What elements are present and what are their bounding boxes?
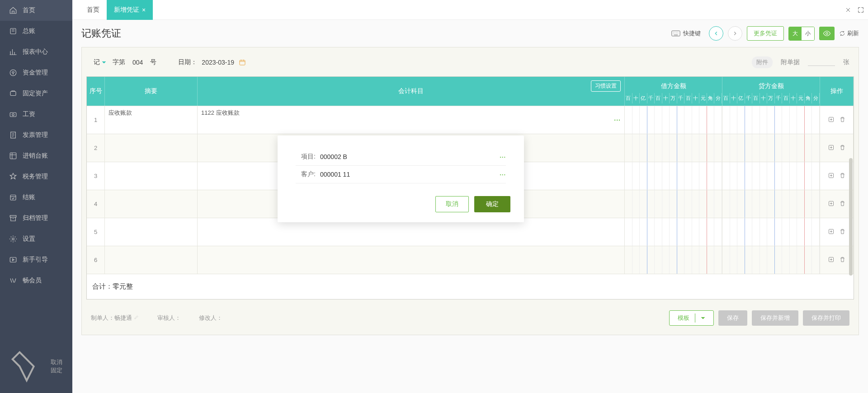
tab-close-icon[interactable]: × <box>142 6 146 14</box>
popup-field-more-icon[interactable]: ··· <box>500 154 506 160</box>
prev-voucher-button[interactable] <box>709 26 723 41</box>
row-summary[interactable] <box>105 162 198 190</box>
row-debit[interactable] <box>625 162 722 190</box>
digit-header: 元 <box>699 93 707 103</box>
row-summary[interactable] <box>105 134 198 162</box>
delete-row-button[interactable] <box>839 116 846 124</box>
insert-row-button[interactable] <box>828 200 835 208</box>
voucher-number[interactable]: 004 <box>129 59 146 66</box>
sidebar-item-invoice[interactable]: 发票管理 <box>0 125 72 145</box>
row-summary[interactable] <box>105 218 198 246</box>
row-credit[interactable] <box>722 246 820 274</box>
size-toggle[interactable]: 大 小 <box>788 27 815 41</box>
row-credit[interactable] <box>722 190 820 218</box>
sidebar-item-guide[interactable]: 新手引导 <box>0 249 72 270</box>
template-button[interactable]: 模板 <box>669 310 714 326</box>
sidebar-item-label: 结账 <box>23 193 35 201</box>
sidebar-item-chart[interactable]: 报表中心 <box>0 42 72 62</box>
row-debit[interactable] <box>625 106 722 134</box>
row-credit[interactable] <box>722 106 820 134</box>
refresh-button[interactable]: 刷新 <box>839 29 859 37</box>
insert-row-button[interactable] <box>828 144 835 152</box>
habit-settings-button[interactable]: 习惯设置 <box>591 80 621 92</box>
insert-row-button[interactable] <box>828 116 835 124</box>
insert-row-button[interactable] <box>828 228 835 236</box>
digit-header: 十 <box>692 93 700 103</box>
size-large[interactable]: 大 <box>789 27 802 40</box>
delete-row-button[interactable] <box>839 228 846 236</box>
scrollbar[interactable] <box>849 158 853 276</box>
fullscreen-icon[interactable] <box>857 6 864 14</box>
voucher-date[interactable]: 2023-03-19 <box>202 59 234 66</box>
sidebar-item-tax[interactable]: 税务管理 <box>0 166 72 187</box>
edit-maker-button[interactable] <box>134 314 139 321</box>
col-debit-header: 借方金额 <box>661 80 686 93</box>
digit-header: 十 <box>730 93 738 103</box>
insert-row-button[interactable] <box>828 172 835 180</box>
voucher-type-select[interactable]: 记 <box>91 58 109 66</box>
row-credit[interactable] <box>722 162 820 190</box>
tab-首页[interactable]: 首页 <box>80 0 107 20</box>
attach-unit: 张 <box>843 58 849 66</box>
close-icon[interactable] <box>844 6 852 14</box>
attach-count-input[interactable] <box>808 59 835 66</box>
row-summary[interactable]: 应收账款 <box>105 106 198 134</box>
digit-header: 元 <box>797 93 805 103</box>
row-account[interactable]: 1122 应收账款··· <box>198 106 625 134</box>
sidebar-item-gear[interactable]: 设置 <box>0 229 72 249</box>
save-and-print-button[interactable]: 保存并打印 <box>803 310 849 326</box>
popup-ok-button[interactable]: 确定 <box>474 196 510 212</box>
save-button[interactable]: 保存 <box>718 310 747 326</box>
sidebar-item-salary[interactable]: 工资 <box>0 104 72 125</box>
sidebar-item-asset[interactable]: 固定资产 <box>0 83 72 104</box>
delete-row-button[interactable] <box>839 172 846 180</box>
row-debit[interactable] <box>625 218 722 246</box>
gear-icon <box>9 235 17 243</box>
sidebar-item-home[interactable]: 首页 <box>0 0 72 21</box>
visibility-button[interactable] <box>819 27 835 40</box>
row-summary[interactable] <box>105 190 198 218</box>
delete-row-button[interactable] <box>839 256 846 264</box>
save-and-new-button[interactable]: 保存并新增 <box>752 310 798 326</box>
delete-row-button[interactable] <box>839 200 846 208</box>
svg-rect-11 <box>672 31 680 36</box>
reviewer-label: 审核人： <box>157 314 181 321</box>
row-credit[interactable] <box>722 218 820 246</box>
row-debit[interactable] <box>625 190 722 218</box>
digit-header: 百 <box>655 93 662 103</box>
sidebar: 首页总账报表中心资金管理固定资产工资发票管理进销台账税务管理结账归档管理设置新手… <box>0 0 72 393</box>
calendar-icon[interactable] <box>239 59 246 66</box>
tab-bar: 首页新增凭证× <box>72 0 868 20</box>
row-credit[interactable] <box>722 134 820 162</box>
sidebar-pin-toggle[interactable]: 取消固定 <box>0 340 72 393</box>
popup-field-value[interactable]: 000001 11 <box>320 171 495 178</box>
sidebar-item-stock[interactable]: 进销台账 <box>0 145 72 166</box>
account-more-icon[interactable]: ··· <box>614 117 621 124</box>
size-small[interactable]: 小 <box>802 27 814 40</box>
sidebar-item-money[interactable]: 资金管理 <box>0 62 72 83</box>
sidebar-item-ledger[interactable]: 总账 <box>0 21 72 42</box>
row-account[interactable] <box>198 246 625 274</box>
sidebar-item-close-period[interactable]: 结账 <box>0 187 72 208</box>
next-voucher-button[interactable] <box>728 26 742 41</box>
row-summary[interactable] <box>105 246 198 274</box>
vip-icon <box>9 276 17 285</box>
delete-row-button[interactable] <box>839 144 846 152</box>
keyboard-hint[interactable]: 快捷键 <box>671 29 701 37</box>
popup-cancel-button[interactable]: 取消 <box>435 196 469 212</box>
sidebar-item-archive[interactable]: 归档管理 <box>0 208 72 229</box>
tab-新增凭证[interactable]: 新增凭证× <box>107 0 153 20</box>
attachment-button[interactable]: 附件 <box>752 56 773 68</box>
popup-field-more-icon[interactable]: ··· <box>500 171 506 178</box>
more-vouchers-button[interactable]: 更多凭证 <box>747 26 784 41</box>
digit-header: 百 <box>625 93 632 103</box>
row-seq: 6 <box>87 246 105 274</box>
sidebar-item-vip[interactable]: 畅会员 <box>0 270 72 291</box>
row-account[interactable] <box>198 218 625 246</box>
row-debit[interactable] <box>625 246 722 274</box>
row-debit[interactable] <box>625 134 722 162</box>
popup-field-value[interactable]: 000002 B <box>320 153 495 160</box>
digit-header: 十 <box>790 93 797 103</box>
insert-row-button[interactable] <box>828 256 835 264</box>
popup-field: 客户:000001 11··· <box>296 166 506 183</box>
